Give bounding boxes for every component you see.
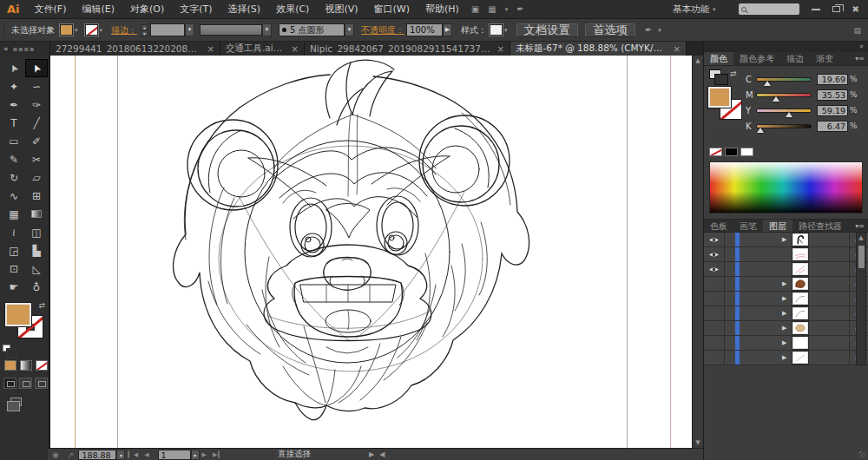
zoom-dropdown[interactable]: ▾: [116, 450, 125, 460]
arrange-documents-icon[interactable]: ▣: [467, 4, 483, 14]
paintbrush-tool[interactable]: ✐: [25, 132, 48, 150]
slider-thumb[interactable]: [786, 112, 792, 117]
free-transform-tool[interactable]: ▱: [25, 168, 48, 187]
pen-tool[interactable]: ✒: [3, 95, 25, 114]
panel-tab-颜色参考[interactable]: 颜色参考: [733, 52, 780, 65]
opacity-field[interactable]: 100%: [406, 23, 443, 36]
menubar-item[interactable]: 窗口(W): [366, 0, 418, 19]
layer-row[interactable]: ◎: [704, 247, 868, 262]
workspace-switcher[interactable]: 基本功能 ▾: [673, 3, 716, 16]
tab-close-icon[interactable]: ×: [674, 44, 681, 54]
slider-value-field[interactable]: 6.47: [817, 121, 848, 132]
color-swap-icon[interactable]: ⇄: [730, 69, 737, 78]
layer-main[interactable]: ▶: [725, 292, 849, 306]
brush-definition[interactable]: 5 点圆形: [279, 23, 345, 36]
visibility-eye-icon[interactable]: [704, 247, 725, 261]
menubar-item[interactable]: 效果(C): [268, 0, 317, 19]
stroke-dropdown-icon[interactable]: ▾: [98, 27, 105, 34]
visibility-toggle[interactable]: [704, 277, 725, 291]
gradient-tool[interactable]: [25, 205, 48, 223]
layer-main[interactable]: ▶: [725, 351, 849, 365]
layer-main[interactable]: ▶: [725, 233, 849, 246]
layer-thumbnail[interactable]: [792, 248, 808, 260]
menubar-item[interactable]: 文字(T): [172, 0, 220, 19]
layer-main[interactable]: ▶: [725, 306, 849, 320]
fill-dropdown-icon[interactable]: ▾: [73, 27, 80, 34]
panel-resize-grip[interactable]: [859, 451, 866, 458]
color-button[interactable]: [4, 360, 16, 371]
column-graph-tool[interactable]: ▙: [25, 241, 48, 260]
layer-thumbnail[interactable]: [792, 233, 808, 246]
style-dropdown-icon[interactable]: ▾: [503, 27, 510, 34]
panel-tab-色板[interactable]: 色板: [704, 220, 733, 232]
layer-main[interactable]: ▶: [725, 277, 849, 291]
width-tool[interactable]: ∿: [3, 187, 25, 205]
stroke-panel-link[interactable]: 描边：: [111, 24, 137, 36]
layer-thumbnail[interactable]: [792, 337, 808, 349]
document-tab[interactable]: 未标题-67* @ 188.88% (CMYK/轮廓)×: [510, 42, 687, 56]
stroke-color-swatch[interactable]: [85, 24, 98, 36]
mesh-tool[interactable]: ▦: [3, 205, 25, 223]
expand-triangle-icon[interactable]: ▶: [782, 236, 786, 243]
layout-grid-icon[interactable]: ▦: [483, 4, 500, 14]
expand-triangle-icon[interactable]: ▶: [782, 310, 786, 317]
visibility-toggle[interactable]: [704, 336, 725, 350]
expand-triangle-icon[interactable]: ▶: [782, 325, 786, 332]
close-button[interactable]: ✖: [852, 5, 859, 14]
panel-menu-icon[interactable]: ▾≡: [855, 220, 868, 232]
opacity-panel-link[interactable]: 不透明度：: [361, 24, 404, 36]
last-artboard-icon[interactable]: ▶▎: [210, 451, 227, 458]
curvature-tool[interactable]: ✑: [25, 95, 48, 114]
visibility-eye-icon[interactable]: [704, 262, 725, 276]
color-fill-proxy[interactable]: [708, 87, 731, 108]
panel-tab-颜色[interactable]: 颜色: [704, 52, 733, 65]
stroke-weight-dropdown[interactable]: ▾: [185, 23, 194, 36]
layer-row[interactable]: ◎: [704, 262, 868, 277]
prev-artboard-icon[interactable]: ◀: [141, 451, 152, 458]
draw-behind-button[interactable]: [19, 378, 32, 389]
document-setup-button[interactable]: 文档设置: [516, 23, 578, 37]
zoom-field[interactable]: 188.88: [78, 450, 116, 460]
visibility-toggle[interactable]: [704, 292, 725, 306]
visibility-toggle[interactable]: [704, 321, 725, 335]
slider-thumb[interactable]: [757, 128, 764, 133]
layer-row[interactable]: ▶◎: [704, 233, 868, 247]
menubar-item[interactable]: 文件(F): [27, 0, 75, 19]
slider-value-field[interactable]: 19.69: [817, 74, 848, 85]
slider-thumb[interactable]: [764, 81, 771, 86]
draw-normal-button[interactable]: [3, 378, 16, 389]
menubar-item[interactable]: 帮助(H): [418, 0, 467, 19]
tab-close-icon[interactable]: ×: [497, 44, 504, 54]
next-artboard-icon[interactable]: ▶: [200, 451, 210, 458]
layer-row[interactable]: ▶◎: [704, 277, 868, 292]
document-tab[interactable]: Nipic_29842067_20190829115417377000.ai*×: [305, 42, 510, 56]
layers-scrollbar[interactable]: ▲: [856, 233, 866, 365]
panel-tab-画笔[interactable]: 画笔: [733, 220, 763, 232]
pen-behavior-icon[interactable]: ✒: [512, 4, 528, 14]
slice-tool[interactable]: ◺: [25, 260, 48, 278]
layer-main[interactable]: ▶: [725, 321, 849, 335]
toolbar-collapse-icon[interactable]: «: [3, 44, 9, 53]
dock-collapse-icon[interactable]: »: [859, 43, 864, 50]
align-dropdown-icon[interactable]: ▾: [656, 27, 663, 34]
mini-fill-stroke-icon[interactable]: [709, 69, 721, 79]
layer-thumbnail[interactable]: [792, 307, 808, 319]
panel-tab-路径查找器[interactable]: 路径查找器: [792, 220, 848, 232]
layer-thumbnail[interactable]: [792, 278, 808, 290]
width-profile-preview[interactable]: [200, 24, 262, 36]
rectangle-tool[interactable]: ▭: [3, 132, 25, 150]
preferences-button[interactable]: 首选项: [585, 23, 635, 37]
lasso-tool[interactable]: ∽: [25, 77, 48, 95]
document-tab[interactable]: 27299441_20180613220208854088.ai*×: [50, 42, 220, 56]
layer-row[interactable]: ▶◎: [704, 321, 868, 336]
visibility-toggle[interactable]: [704, 351, 725, 365]
slider-track[interactable]: [756, 124, 812, 128]
search-input[interactable]: [739, 3, 799, 15]
style-swatch[interactable]: [490, 24, 503, 36]
zoom-tool[interactable]: ♁: [25, 278, 48, 296]
pencil-tool[interactable]: ✎: [3, 150, 25, 168]
document-tab[interactable]: 交通工具.ai* @ …×: [220, 42, 305, 56]
slider-thumb[interactable]: [773, 96, 779, 102]
expand-triangle-icon[interactable]: ▶: [782, 354, 786, 361]
layers-scroll-up-icon[interactable]: ▲: [857, 233, 865, 243]
